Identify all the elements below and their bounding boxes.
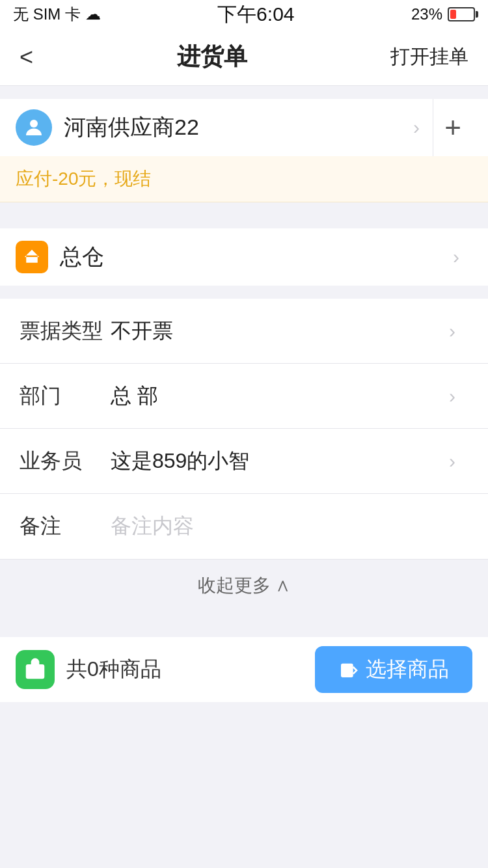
svg-rect-2 — [341, 664, 353, 677]
notice-banner: 应付-20元，现结 — [0, 156, 488, 202]
status-bar: 无 SIM 卡 ☁ 下午6:04 23% — [0, 0, 488, 29]
invoice-type-chevron-icon: › — [449, 320, 455, 342]
signal-text: 无 SIM 卡 ☁ — [13, 4, 101, 25]
invoice-type-label: 票据类型 — [20, 317, 111, 346]
collapse-button[interactable]: 收起更多 ∧ — [0, 559, 488, 611]
select-product-icon — [338, 659, 359, 680]
back-button[interactable]: < — [20, 44, 33, 71]
bottom-bar: 共0种商品 选择商品 — [0, 637, 488, 702]
battery-icon — [448, 7, 475, 21]
supplier-chevron-icon: › — [413, 116, 420, 139]
open-pending-button[interactable]: 打开挂单 — [390, 44, 468, 70]
supplier-avatar — [16, 109, 52, 146]
form-section: 票据类型 不开票 › 部门 总 部 › 业务员 这是859的小智 › 备注 备注… — [0, 299, 488, 559]
warehouse-icon — [16, 241, 48, 273]
dept-chevron-icon: › — [449, 385, 455, 407]
battery-percent: 23% — [411, 5, 442, 23]
invoice-type-row[interactable]: 票据类型 不开票 › — [0, 299, 488, 364]
salesman-label: 业务员 — [20, 447, 111, 476]
dept-label: 部门 — [20, 382, 111, 411]
warehouse-name: 总仓 — [60, 242, 440, 272]
remark-row[interactable]: 备注 备注内容 — [0, 494, 488, 559]
warehouse-section[interactable]: 总仓 › — [0, 228, 488, 286]
nav-bar: < 进货单 打开挂单 — [0, 29, 488, 86]
house-icon — [22, 247, 42, 267]
dept-row[interactable]: 部门 总 部 › — [0, 364, 488, 429]
user-icon — [22, 116, 46, 139]
remark-placeholder: 备注内容 — [111, 512, 468, 541]
salesman-value: 这是859的小智 — [111, 447, 436, 476]
status-left: 无 SIM 卡 ☁ — [13, 4, 101, 25]
select-product-button[interactable]: 选择商品 — [315, 646, 472, 693]
warehouse-chevron-icon: › — [453, 246, 459, 268]
supplier-section: 河南供应商22 › + — [0, 99, 488, 156]
dept-value: 总 部 — [111, 382, 436, 411]
supplier-name: 河南供应商22 — [64, 113, 400, 142]
supplier-row[interactable]: 河南供应商22 › — [16, 99, 433, 156]
page-title: 进货单 — [177, 41, 247, 73]
status-right: 23% — [411, 5, 475, 23]
remark-label: 备注 — [20, 512, 111, 541]
salesman-chevron-icon: › — [449, 450, 455, 472]
product-icon-wrap — [16, 650, 55, 689]
section-gap-2 — [0, 202, 488, 215]
product-count: 共0种商品 — [66, 655, 315, 684]
section-gap-3 — [0, 611, 488, 624]
bag-icon — [23, 657, 47, 682]
invoice-type-value: 不开票 — [111, 317, 436, 346]
svg-point-0 — [30, 120, 38, 128]
status-time: 下午6:04 — [217, 1, 294, 28]
section-gap-1 — [0, 86, 488, 99]
add-supplier-button[interactable]: + — [433, 99, 472, 156]
salesman-row[interactable]: 业务员 这是859的小智 › — [0, 429, 488, 494]
